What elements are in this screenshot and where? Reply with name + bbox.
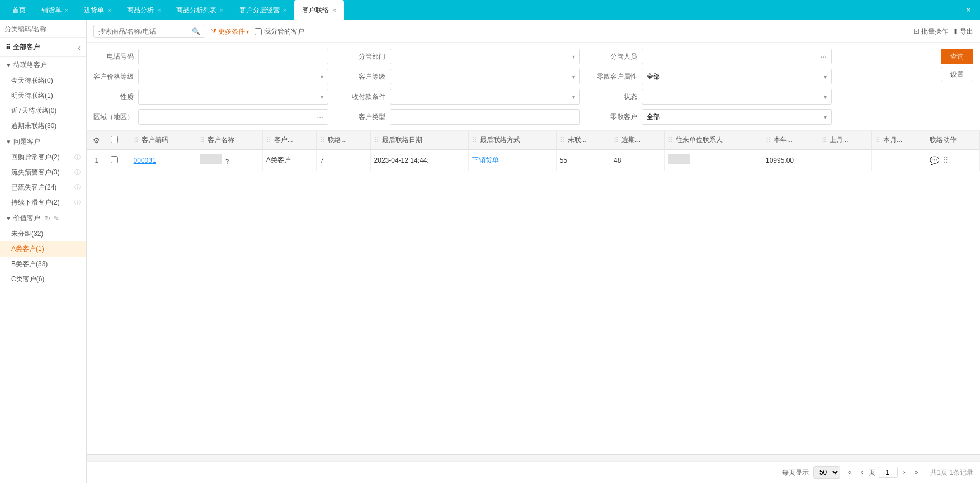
horizontal-scrollbar[interactable]: [87, 454, 980, 461]
triangle-icon3: ▼: [6, 215, 11, 221]
nav-purchase-order[interactable]: 进货单 ×: [76, 0, 119, 20]
close-customer-segmentation[interactable]: ×: [283, 7, 286, 13]
refresh-icon[interactable]: ↻: [45, 215, 50, 222]
cell-action: 💬 ⠿: [926, 150, 980, 171]
sidebar-search-input[interactable]: [4, 25, 87, 33]
grid-action-icon[interactable]: ⠿: [943, 156, 948, 165]
info-icon-4: ⓘ: [74, 198, 81, 207]
cell-this-month: [872, 150, 926, 171]
filter-search-input[interactable]: [98, 27, 190, 35]
sidebar-item-churn-warning[interactable]: 流失预警客户(3) ⓘ: [0, 165, 86, 180]
col-drag-icon12: ⠿: [875, 136, 880, 144]
sidebar-item-type-a[interactable]: A类客户(1): [0, 242, 86, 257]
nav-customer-contact[interactable]: 客户联络 ×: [294, 0, 343, 20]
close-purchase-order[interactable]: ×: [107, 7, 111, 13]
cell-name: ？: [196, 150, 263, 171]
sidebar-header: ⠿ 全部客户 ‹: [0, 38, 86, 57]
region-more-icon: ···: [317, 112, 323, 121]
sidebar-collapse-icon[interactable]: ‹: [78, 43, 81, 52]
nav-home[interactable]: 首页: [4, 0, 34, 20]
pagination: 每页显示 50 « ‹ 页 › » 共1页 1条记录: [87, 461, 980, 483]
sidebar-item-churned[interactable]: 已流失客户(24) ⓘ: [0, 180, 86, 195]
filter-status-input[interactable]: ▾: [642, 89, 832, 105]
filter-retail-input[interactable]: 全部 ▾: [642, 109, 832, 125]
more-filters-btn[interactable]: ⧩ 更多条件 ▾: [211, 27, 249, 36]
batch-ops-btn[interactable]: ☑ 批量操作: [913, 27, 948, 36]
filter-search-icon[interactable]: 🔍: [192, 27, 200, 35]
filter-price-level-input[interactable]: ▾: [138, 69, 328, 84]
sidebar-item-today[interactable]: 今天待联络(0): [0, 73, 86, 88]
sidebar-item-overdue[interactable]: 逾期未联络(30): [0, 119, 86, 134]
cell-contact-count: 7: [317, 150, 370, 171]
prev-page-btn[interactable]: ‹: [858, 467, 866, 477]
filter-retail-attr: 零散客户属性 全部 ▾: [597, 69, 832, 84]
close-all-tabs[interactable]: ×: [962, 5, 976, 15]
filter-person-input[interactable]: ···: [642, 49, 832, 64]
sidebar-item-declining[interactable]: 持续下滑客户(2) ⓘ: [0, 195, 86, 210]
nav-customer-segmentation[interactable]: 客户分层经营 ×: [232, 0, 294, 20]
my-customers-checkbox[interactable]: [255, 28, 262, 35]
next-page-btn[interactable]: ›: [900, 467, 909, 477]
close-sales-order[interactable]: ×: [65, 7, 68, 13]
sidebar-item-type-c[interactable]: C类客户(6): [0, 272, 86, 287]
filter-region-input[interactable]: ···: [138, 109, 328, 125]
col-drag-icon: ⠿: [134, 136, 139, 144]
nav-sales-order[interactable]: 销货单 ×: [34, 0, 76, 20]
sidebar-section-pending[interactable]: ▼ 待联络客户: [0, 57, 86, 73]
export-icon: ⬆: [953, 27, 958, 35]
sidebar-item-7days[interactable]: 近7天待联络(0): [0, 103, 86, 119]
select-all-checkbox[interactable]: [111, 136, 118, 143]
close-customer-contact[interactable]: ×: [332, 7, 336, 13]
sidebar-section-problem[interactable]: ▼ 问题客户: [0, 134, 86, 150]
col-drag-icon9: ⠿: [668, 136, 673, 144]
nav-product-analysis-list[interactable]: 商品分析列表 ×: [168, 0, 231, 20]
query-button[interactable]: 查询: [941, 49, 973, 64]
last-page-btn[interactable]: »: [911, 467, 922, 477]
name-masked: [200, 154, 222, 164]
sidebar-search-area: 🔍: [0, 20, 86, 38]
sidebar-item-tomorrow[interactable]: 明天待联络(1): [0, 88, 86, 103]
cell-last-month: [818, 150, 871, 171]
export-btn[interactable]: ⬆ 导出: [953, 27, 973, 36]
edit-icon[interactable]: ✎: [54, 215, 59, 222]
filter-nature-input[interactable]: ▾: [138, 89, 328, 105]
sidebar-item-type-b[interactable]: B类客户(33): [0, 257, 86, 272]
filter-customer-level-input[interactable]: ▾: [390, 69, 580, 84]
close-product-analysis[interactable]: ×: [157, 7, 161, 13]
action-icons: 💬 ⠿: [930, 156, 977, 165]
payment-dropdown-icon: ▾: [572, 94, 575, 100]
my-customers-filter[interactable]: 我分管的客户: [255, 27, 304, 36]
first-page-btn[interactable]: «: [845, 467, 855, 477]
close-product-analysis-list[interactable]: ×: [220, 7, 223, 13]
cell-code[interactable]: 000031: [130, 150, 196, 171]
th-gear: ⚙: [87, 131, 107, 150]
row-checkbox[interactable]: [111, 156, 118, 163]
cell-last-method[interactable]: 下销货单: [469, 150, 556, 171]
col-drag-icon8: ⠿: [614, 136, 619, 144]
th-checkbox: [107, 131, 130, 150]
filter-phone-input[interactable]: [138, 49, 328, 64]
filter-row-1: 电话号码 分管部门 ▾: [93, 49, 932, 64]
status-dropdown-icon: ▾: [824, 94, 827, 100]
filter-dept-input[interactable]: ▾: [390, 49, 580, 64]
nature-dropdown-icon: ▾: [321, 94, 323, 100]
col-drag-icon11: ⠿: [822, 136, 827, 144]
page-input[interactable]: [878, 467, 898, 478]
customer-level-dropdown-icon: ▾: [572, 74, 575, 80]
contacts-masked: [668, 154, 690, 164]
nav-product-analysis[interactable]: 商品分析 ×: [119, 0, 168, 20]
filter-customer-type-input[interactable]: [390, 109, 580, 125]
page-size-select[interactable]: 50: [813, 466, 840, 479]
filter-retail-attr-input[interactable]: 全部 ▾: [642, 69, 832, 84]
gear-icon[interactable]: ⚙: [93, 136, 100, 145]
sidebar-item-repurchase-abnormal[interactable]: 回购异常客户(2) ⓘ: [0, 150, 86, 165]
main-table: ⚙ ⠿ 客户编码 ⠿: [87, 131, 980, 171]
cell-rownum: 1: [87, 150, 107, 171]
th-no-contact: ⠿ 未联...: [556, 131, 610, 150]
th-action: 联络动作: [926, 131, 980, 150]
setting-button[interactable]: 设置: [941, 67, 973, 82]
message-icon[interactable]: 💬: [930, 156, 939, 165]
sidebar-item-unclassified[interactable]: 未分组(32): [0, 226, 86, 242]
sidebar-section-value[interactable]: ▼ 价值客户 ↻ ✎: [0, 210, 86, 226]
filter-payment-input[interactable]: ▾: [390, 89, 580, 105]
